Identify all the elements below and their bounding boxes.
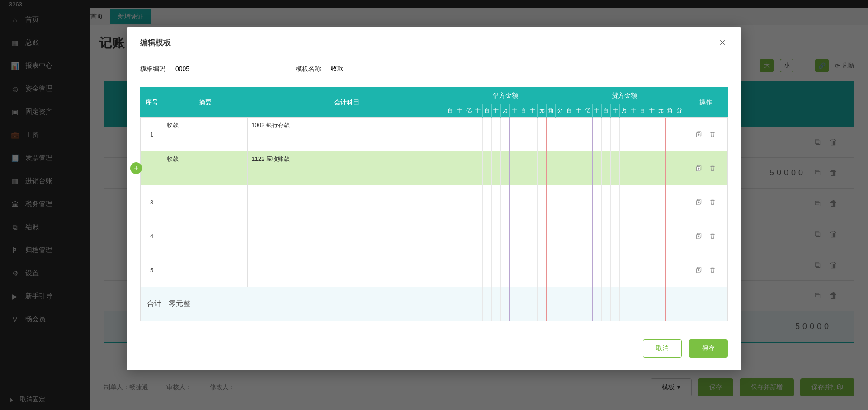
copy-row-icon[interactable] (695, 266, 703, 273)
th-digit: 百 (601, 104, 610, 118)
cell-credit[interactable] (565, 151, 684, 185)
cell-debit[interactable] (446, 151, 565, 185)
template-table: 序号 摘要 会计科目 借方金额 贷方金额 操作 百十亿千百十万千百十元角分百十亿… (140, 87, 728, 321)
template-name-input[interactable] (329, 62, 429, 75)
delete-row-icon[interactable] (709, 198, 716, 206)
th-digit: 亿 (583, 104, 592, 118)
th-digit: 元 (537, 104, 546, 118)
th-digit: 角 (547, 104, 556, 118)
save-button[interactable]: 保存 (689, 339, 728, 358)
th-action: 操作 (684, 88, 728, 118)
template-name-label: 模板名称 (296, 65, 321, 73)
th-digit: 亿 (464, 104, 473, 118)
th-digit: 分 (556, 104, 565, 118)
th-digit: 十 (528, 104, 537, 118)
th-digit: 千 (510, 104, 519, 118)
th-digit: 十 (574, 104, 583, 118)
copy-row-icon[interactable] (695, 165, 703, 172)
cell-action (684, 118, 728, 151)
cell-seq: 3 (141, 185, 163, 219)
cancel-button[interactable]: 取消 (643, 339, 682, 358)
cell-debit[interactable] (446, 253, 565, 287)
table-row[interactable]: +收款1122 应收账款 (141, 151, 728, 185)
cell-summary[interactable] (163, 219, 248, 253)
table-row[interactable]: 4 (141, 219, 728, 253)
th-digit: 百 (638, 104, 647, 118)
svg-rect-5 (697, 201, 700, 205)
total-label: 合计：零元整 (141, 287, 446, 321)
svg-rect-7 (697, 235, 700, 239)
cell-account[interactable]: 1002 银行存款 (248, 118, 446, 151)
cell-action (684, 253, 728, 287)
cell-credit[interactable] (565, 118, 684, 151)
th-digit: 角 (665, 104, 675, 118)
modal-title: 编辑模板 (140, 38, 171, 48)
cell-action (684, 185, 728, 219)
th-digit: 万 (620, 104, 629, 118)
th-digit: 千 (592, 104, 601, 118)
table-row[interactable]: 5 (141, 253, 728, 287)
svg-rect-9 (697, 269, 700, 273)
delete-row-icon[interactable] (709, 232, 716, 240)
th-digit: 十 (611, 104, 620, 118)
cell-debit[interactable] (446, 185, 565, 219)
cell-credit[interactable] (565, 253, 684, 287)
template-code-input[interactable] (174, 62, 273, 75)
svg-rect-3 (697, 167, 700, 171)
th-digit: 百 (519, 104, 528, 118)
delete-row-icon[interactable] (709, 165, 716, 172)
cell-summary[interactable] (163, 253, 248, 287)
copy-row-icon[interactable] (695, 131, 703, 138)
th-digit: 分 (675, 104, 684, 118)
copy-row-icon[interactable] (695, 232, 703, 240)
cell-account[interactable] (248, 185, 446, 219)
delete-row-icon[interactable] (709, 266, 716, 273)
table-row[interactable]: 1收款1002 银行存款 (141, 118, 728, 151)
cell-summary[interactable]: 收款 (163, 151, 248, 185)
th-seq: 序号 (141, 88, 163, 118)
cell-account[interactable]: 1122 应收账款 (248, 151, 446, 185)
th-digit: 十 (455, 104, 464, 118)
cell-seq: 1 (141, 118, 163, 151)
th-digit: 百 (446, 104, 455, 118)
th-digit: 百 (482, 104, 491, 118)
svg-rect-1 (697, 133, 700, 137)
cell-account[interactable] (248, 253, 446, 287)
cell-debit[interactable] (446, 219, 565, 253)
close-icon (719, 39, 726, 46)
th-digit: 元 (656, 104, 665, 118)
table-row[interactable]: 3 (141, 185, 728, 219)
modal-close-button[interactable] (717, 37, 728, 48)
cell-credit[interactable] (565, 185, 684, 219)
th-digit: 千 (629, 104, 638, 118)
th-summary: 摘要 (163, 88, 248, 118)
add-row-button[interactable]: + (130, 162, 142, 174)
cell-credit[interactable] (565, 219, 684, 253)
edit-template-modal: 编辑模板 模板编码 模板名称 序号 摘要 (127, 27, 741, 370)
cell-action (684, 219, 728, 253)
template-code-label: 模板编码 (140, 65, 165, 73)
th-digit: 千 (473, 104, 482, 118)
th-digit: 十 (647, 104, 656, 118)
cell-action (684, 151, 728, 185)
copy-row-icon[interactable] (695, 198, 703, 206)
cell-debit[interactable] (446, 118, 565, 151)
modal-overlay: 编辑模板 模板编码 模板名称 序号 摘要 (0, 0, 868, 410)
th-credit: 贷方金额 (565, 88, 684, 104)
cell-account[interactable] (248, 219, 446, 253)
th-account: 会计科目 (248, 88, 446, 118)
cell-summary[interactable] (163, 185, 248, 219)
th-digit: 百 (565, 104, 574, 118)
cell-summary[interactable]: 收款 (163, 118, 248, 151)
th-debit: 借方金额 (446, 88, 565, 104)
delete-row-icon[interactable] (709, 131, 716, 138)
th-digit: 万 (501, 104, 510, 118)
cell-seq: + (141, 151, 163, 185)
cell-seq: 5 (141, 253, 163, 287)
th-digit: 十 (491, 104, 500, 118)
cell-seq: 4 (141, 219, 163, 253)
